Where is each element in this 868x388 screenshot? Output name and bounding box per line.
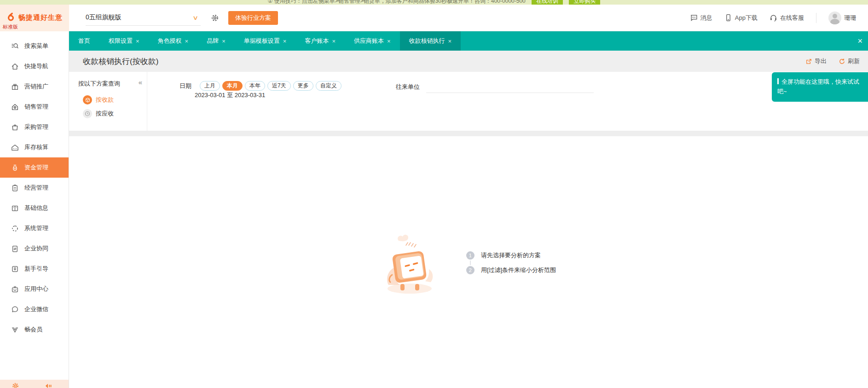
sidebar-item-newbie-guide[interactable]: 新手引导 <box>0 259 69 279</box>
online-service-item[interactable]: 在线客服 <box>770 14 804 22</box>
partner-filter-label: 往来单位 <box>396 83 420 93</box>
date-option-last-7-days[interactable]: 近7天 <box>267 81 291 91</box>
scheme-by-receipt[interactable]: 按收款 <box>83 95 114 104</box>
collapse-sidebar-icon[interactable] <box>45 380 52 388</box>
sidebar-item-label: 企业微信 <box>24 305 48 313</box>
system-dotted-circle-icon <box>11 225 19 232</box>
tab-role-authorization[interactable]: 角色授权 × <box>149 31 198 51</box>
empty-step-2: 2 用[过滤]条件来缩小分析范围 <box>466 266 556 274</box>
sidebar-item-funds[interactable]: 资金管理 <box>0 157 69 178</box>
sidebar-item-label: 应用中心 <box>24 285 48 293</box>
shopping-bag-icon <box>11 123 19 131</box>
panel-gap <box>69 131 868 136</box>
tab-home[interactable]: 首页 <box>69 31 99 51</box>
close-icon[interactable]: × <box>448 38 452 45</box>
sidebar-item-operations[interactable]: 经营管理 <box>0 178 69 198</box>
close-icon[interactable]: × <box>222 38 226 45</box>
export-button[interactable]: 导出 <box>805 57 827 65</box>
tab-doc-template-settings[interactable]: 单据模板设置 × <box>235 31 296 51</box>
sidebar-item-wechat-work[interactable]: 企业微信 <box>0 299 69 319</box>
sidebar-settings-gear-icon[interactable] <box>12 380 19 388</box>
sidebar-item-sales[interactable]: 销售管理 <box>0 97 69 117</box>
close-icon[interactable]: × <box>332 38 336 45</box>
refresh-button[interactable]: 刷新 <box>839 57 860 65</box>
sidebar-item-system[interactable]: 系统管理 <box>0 218 69 238</box>
edition-label: 标准版 <box>3 23 18 30</box>
step-text: 请先选择要分析的方案 <box>481 251 541 260</box>
close-icon[interactable]: × <box>136 38 139 45</box>
sidebar-item-collaboration[interactable]: 企业协同 <box>0 238 69 259</box>
tab-label: 单据模板设置 <box>244 37 280 45</box>
tab-brand[interactable]: 品牌 × <box>197 31 235 51</box>
sidebar-item-label: 采购管理 <box>24 123 48 131</box>
app-download-item[interactable]: App下载 <box>724 14 758 22</box>
sidebar-item-member[interactable]: 畅会员 <box>0 319 69 340</box>
page-title: 收款核销执行(按收款) <box>83 56 158 67</box>
tab-receipt-writeoff[interactable]: 收款核销执行 × <box>400 31 461 51</box>
date-option-this-month[interactable]: 本月 <box>222 81 243 91</box>
gift-icon <box>11 83 19 91</box>
trial-industry-button[interactable]: 体验行业方案 <box>228 11 278 25</box>
warehouse-icon <box>11 144 19 151</box>
close-icon[interactable]: × <box>185 38 189 45</box>
tooltip-text: 全屏功能在这里哦，快来试试吧~ <box>777 78 859 95</box>
step-number-badge: 2 <box>466 266 475 274</box>
sidebar-item-app-center[interactable]: 应用中心 <box>0 279 69 299</box>
sidebar-item-label: 搜索菜单 <box>24 42 48 50</box>
content-area: 首页 权限设置 × 角色授权 × 品牌 × 单据模板设置 × <box>69 31 868 388</box>
online-training-button[interactable]: 在线培训 <box>532 0 563 5</box>
app-header: 畅捷通好生意 标准版 0五组旗舰版 ∨ 体验行业方案 消息 App下载 <box>0 5 868 31</box>
buy-now-button[interactable]: 立即购买 <box>569 0 600 5</box>
sidebar-item-quick-nav[interactable]: 快捷导航 <box>0 56 69 76</box>
fullscreen-tooltip: 全屏功能在这里哦，快来试试吧~ <box>772 72 868 102</box>
online-service-label: 在线客服 <box>780 14 804 22</box>
user-profile[interactable]: 珊珊 <box>828 12 856 24</box>
sidebar-item-search-menu[interactable]: 搜索菜单 <box>0 36 69 56</box>
messages-item[interactable]: 消息 <box>690 14 712 22</box>
close-icon[interactable]: × <box>283 38 287 45</box>
settings-gear-icon[interactable] <box>211 14 219 22</box>
sidebar-item-base-info[interactable]: 基础信息 <box>0 198 69 218</box>
search-icon <box>11 42 19 50</box>
home-icon <box>11 63 19 70</box>
scheme-label: 按收款 <box>96 96 114 104</box>
page-title-bar: 收款核销执行(按收款) 导出 刷新 <box>69 51 868 72</box>
app-window: ① 使用技巧：点击左侧菜单>销售管理>销货单，添加客户和商品体验30秒极速开单！… <box>0 0 868 388</box>
messages-label: 消息 <box>700 14 712 22</box>
tab-label: 权限设置 <box>109 37 133 45</box>
logo-block: 畅捷通好生意 标准版 <box>0 5 69 31</box>
empty-step-1: 1 请先选择要分析的方案 <box>466 251 556 260</box>
avatar <box>828 12 841 24</box>
sidebar-item-label: 畅会员 <box>24 325 42 334</box>
scheme-by-receivable[interactable]: 按应收 <box>83 109 114 118</box>
tab-label: 供应商账本 <box>354 37 384 45</box>
sidebar-item-inventory[interactable]: 库存核算 <box>0 137 69 157</box>
tab-customer-ledger[interactable]: 客户账本 × <box>295 31 345 51</box>
money-bag-icon <box>11 164 19 172</box>
partner-input[interactable] <box>426 82 594 93</box>
sidebar-item-purchase[interactable]: 采购管理 <box>0 117 69 137</box>
tabbar-close-icon[interactable]: × <box>857 31 862 51</box>
close-icon[interactable]: × <box>387 38 391 45</box>
sidebar-item-label: 企业协同 <box>24 244 48 253</box>
sidebar-item-label: 系统管理 <box>24 224 48 232</box>
scheme-panel: 按以下方案查询 « 按收款 按应收 <box>69 72 147 131</box>
date-range-value: 2023-03-01 至 2023-03-31 <box>195 91 265 99</box>
date-option-custom[interactable]: 自定义 <box>316 81 341 91</box>
chat-bubble-icon <box>11 306 19 313</box>
tab-label: 品牌 <box>207 37 219 45</box>
date-option-more[interactable]: 更多 <box>293 81 313 91</box>
account-selector[interactable]: 0五组旗舰版 ∨ <box>86 10 201 26</box>
username: 珊珊 <box>844 14 856 22</box>
sidebar-item-marketing[interactable]: 营销推广 <box>0 76 69 97</box>
brand-name: 畅捷通好生意 <box>18 13 63 22</box>
tab-supplier-ledger[interactable]: 供应商账本 × <box>345 31 400 51</box>
date-option-this-year[interactable]: 本年 <box>245 81 265 91</box>
message-bubble-icon <box>690 14 698 22</box>
date-option-last-month[interactable]: 上月 <box>200 81 220 91</box>
collapse-panel-icon[interactable]: « <box>139 78 142 86</box>
member-v-icon <box>11 326 19 334</box>
export-label: 导出 <box>815 57 827 65</box>
tab-permission-settings[interactable]: 权限设置 × <box>99 31 149 51</box>
tab-bar: 首页 权限设置 × 角色授权 × 品牌 × 单据模板设置 × <box>69 31 868 51</box>
